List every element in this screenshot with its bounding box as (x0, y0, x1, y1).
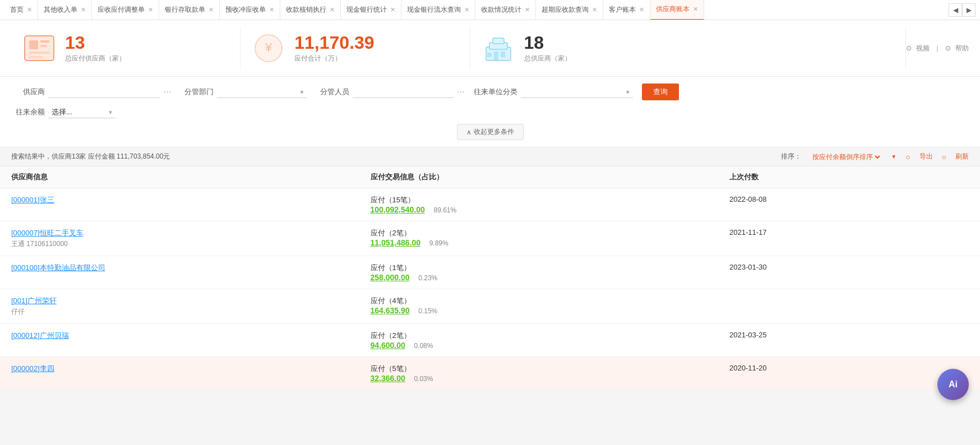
collapse-button[interactable]: ∧ 收起更多条件 (457, 124, 524, 140)
nav-tab-cash-bank-stats[interactable]: 现金银行统计 ✕ (341, 0, 401, 20)
collapse-icon: ∧ (466, 128, 471, 136)
nav-tab-overdue[interactable]: 超期应收款查询 ✕ (536, 0, 603, 20)
nav-tab-customer-account[interactable]: 客户账本 ✕ (603, 0, 650, 20)
supplier-info-3: [001]广州荣轩 仔仔 (11, 296, 371, 317)
nav-tab-cash-bank-stats-close[interactable]: ✕ (390, 6, 395, 13)
stat-card-total-suppliers-info: 18 总供应商（家） (524, 34, 571, 63)
tx-info-4: 应付（2笔） 94,600.00 0.08% (371, 331, 730, 350)
col-header-tx: 应付交易信息（占比） (371, 172, 730, 182)
supplier-link-2[interactable]: [000100]本特勤油品有限公司 (11, 263, 105, 272)
supplier-sub-3: 仔仔 (11, 307, 371, 317)
filter-balance: 往来余额 选择... ▼ (11, 106, 115, 118)
refresh-button[interactable]: 刷新 (955, 152, 969, 161)
tx-amount-0[interactable]: 100,092,540.00 (371, 205, 425, 214)
nav-tab-other-income[interactable]: 其他收入单 ✕ (38, 0, 92, 20)
filter-dept: 分管部门 ▼ (180, 86, 307, 98)
svg-rect-1 (29, 40, 38, 49)
nav-tab-cash-bank-flow-close[interactable]: ✕ (464, 6, 469, 13)
filter-row-1: 供应商 ··· 分管部门 ▼ 分管人员 ··· 往来单位分类 (11, 84, 969, 100)
svg-rect-2 (40, 40, 49, 43)
tx-label-1: 应付（2笔） (371, 228, 730, 238)
sort-chevron-icon: ▼ (891, 154, 896, 160)
nav-tab-customer-account-close[interactable]: ✕ (639, 6, 644, 13)
nav-tab-prepay-close[interactable]: ✕ (269, 6, 274, 13)
tx-amount-3[interactable]: 164,635.90 (371, 306, 410, 315)
nav-tab-other-income-close[interactable]: ✕ (81, 6, 86, 13)
nav-tab-bank-deposit[interactable]: 银行存取款单 ✕ (159, 0, 220, 20)
nav-tab-prepay[interactable]: 预收冲应收单 ✕ (220, 0, 280, 20)
help-link[interactable]: 帮助 (955, 44, 969, 53)
supplier-filter-dots[interactable]: ··· (164, 87, 171, 97)
nav-tab-collection-stats[interactable]: 收款情况统计 ✕ (475, 0, 536, 20)
dept-filter-label: 分管部门 (180, 87, 214, 97)
nav-tab-home-close[interactable]: ✕ (27, 6, 32, 13)
nav-tab-adjustment-close[interactable]: ✕ (148, 6, 153, 13)
category-filter-wrap: ▼ (521, 86, 633, 98)
nav-tab-home-label: 首页 (10, 5, 24, 15)
ai-button[interactable]: Ai (937, 369, 969, 390)
tx-info-5: 应付（5笔） 32,366.00 0.03% (371, 364, 730, 383)
nav-arrow-right[interactable]: ▶ (962, 3, 976, 17)
export-icon: ○ (905, 152, 910, 161)
svg-rect-13 (501, 52, 505, 57)
stats-row: 13 总应付供应商（家） ¥ 11,170.39 应付合计（万） 18 总供应商… (0, 20, 980, 77)
table-row: [000100]本特勤油品有限公司 应付（1笔） 258,000.00 0.23… (0, 256, 980, 289)
nav-arrow-left[interactable]: ◀ (949, 3, 962, 17)
supplier-link-0[interactable]: [000001]张三 (11, 196, 54, 204)
filter-person: 分管人员 ··· (316, 86, 464, 98)
balance-filter-select[interactable]: 选择... (48, 106, 115, 118)
nav-tab-supplier-account-close[interactable]: ✕ (693, 6, 698, 13)
export-button[interactable]: 导出 (919, 152, 933, 161)
sort-select[interactable]: 按应付余额倒序排序 (810, 152, 882, 161)
category-filter-select[interactable] (521, 86, 633, 98)
tx-info-1: 应付（2笔） 11,051,486.00 9.89% (371, 228, 730, 247)
tx-pct-3: 0.15% (418, 307, 437, 315)
tx-label-0: 应付（15笔） (371, 195, 730, 205)
svg-rect-4 (29, 52, 49, 54)
supplier-link-4[interactable]: [000012]广州贝瑞 (11, 331, 69, 340)
tx-amount-2[interactable]: 258,000.00 (371, 273, 410, 282)
supplier-filter-label: 供应商 (11, 87, 45, 97)
sort-label: 排序： (781, 152, 801, 161)
col-header-supplier: 供应商信息 (11, 172, 371, 182)
filter-supplier: 供应商 ··· (11, 86, 171, 98)
supplier-link-1[interactable]: [000007]恒旺二手叉车 (11, 229, 84, 237)
table-row: [000012]广州贝瑞 应付（2笔） 94,600.00 0.08% 2021… (0, 324, 980, 357)
svg-rect-14 (487, 53, 492, 57)
video-link[interactable]: 视频 (916, 44, 930, 53)
nav-tab-overdue-close[interactable]: ✕ (592, 6, 597, 13)
nav-tab-collection-close[interactable]: ✕ (330, 6, 335, 13)
nav-tab-collection-stats-close[interactable]: ✕ (525, 6, 530, 13)
tx-amount-4[interactable]: 94,600.00 (371, 341, 405, 350)
payable-suppliers-number: 13 (65, 34, 126, 52)
person-filter-dots[interactable]: ··· (457, 87, 464, 97)
svg-rect-11 (493, 38, 504, 44)
nav-tab-collection[interactable]: 收款核销执行 ✕ (280, 0, 341, 20)
svg-rect-12 (494, 52, 498, 61)
svg-rect-3 (40, 45, 47, 47)
ai-button-container: Ai (937, 369, 969, 390)
filter-row-2: 往来余额 选择... ▼ (11, 106, 969, 118)
tx-amount-5[interactable]: 32,366.00 (371, 374, 405, 383)
supplier-link-5[interactable]: [000002]李四 (11, 364, 54, 373)
stat-right-links: ⊙ 视频 ｜ ⊙ 帮助 (906, 44, 969, 53)
tx-label-5: 应付（5笔） (371, 364, 730, 374)
dept-filter-select[interactable] (217, 86, 307, 98)
nav-tab-cash-bank-flow[interactable]: 现金银行流水查询 ✕ (401, 0, 475, 20)
svg-text:¥: ¥ (265, 40, 272, 54)
person-filter-input[interactable] (353, 86, 454, 98)
total-payable-icon: ¥ (252, 31, 285, 65)
query-button[interactable]: 查询 (642, 84, 679, 100)
last-pay-4: 2021-03-25 (729, 331, 969, 339)
tx-amount-1[interactable]: 11,051,486.00 (371, 238, 421, 247)
supplier-info-2: [000100]本特勤油品有限公司 (11, 263, 371, 273)
nav-tab-supplier-account[interactable]: 供应商账本 ✕ (650, 0, 704, 20)
nav-tab-home[interactable]: 首页 ✕ (4, 0, 38, 20)
table-row: [000002]李四 应付（5笔） 32,366.00 0.03% 2020-1… (0, 357, 980, 390)
nav-tab-overdue-label: 超期应收款查询 (542, 5, 589, 15)
nav-tab-bank-deposit-close[interactable]: ✕ (209, 6, 214, 13)
supplier-link-3[interactable]: [001]广州荣轩 (11, 296, 57, 305)
nav-tab-adjustment[interactable]: 应收应付调整单 ✕ (92, 0, 159, 20)
supplier-filter-input[interactable] (48, 86, 160, 98)
nav-tab-cash-bank-stats-label: 现金银行统计 (346, 5, 387, 15)
